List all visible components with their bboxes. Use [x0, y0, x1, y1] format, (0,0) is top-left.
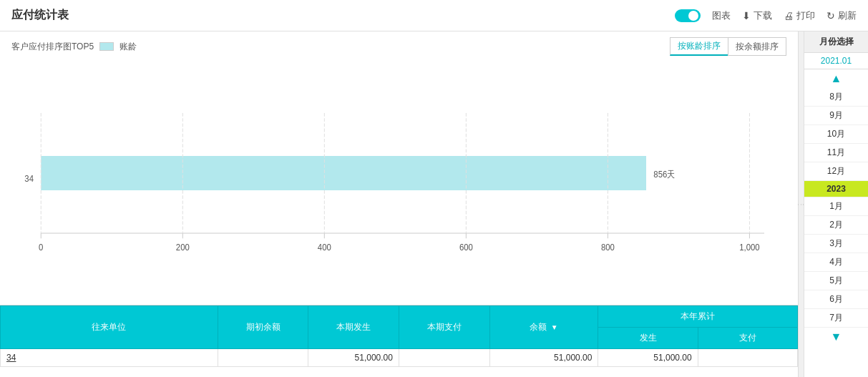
- svg-text:200: 200: [176, 242, 190, 253]
- sidebar-month-7[interactable]: 7月: [804, 309, 868, 328]
- table-row: 34 51,000.00 51,000.00 51,000.00: [1, 349, 798, 367]
- sidebar-month-5[interactable]: 5月: [804, 272, 868, 290]
- refresh-icon: ↻: [826, 10, 835, 21]
- svg-text:0: 0: [39, 242, 43, 253]
- chart-toggle[interactable]: [675, 9, 701, 22]
- svg-text:856天: 856天: [653, 169, 675, 180]
- sidebar-month-10[interactable]: 10月: [804, 125, 868, 144]
- cell-ytd-pay: [698, 349, 797, 367]
- chart-legend: 客户应付排序图TOP5 账龄: [11, 41, 137, 53]
- sidebar-month-4[interactable]: 4月: [804, 253, 868, 272]
- th-balance: 余额 ▼: [489, 306, 598, 349]
- chart-container: 34 856天 0 200 400 600: [0, 62, 798, 305]
- sort-buttons: 按账龄排序 按余额排序: [670, 37, 786, 56]
- chart-area: 客户应付排序图TOP5 账龄 按账龄排序 按余额排序 34 856天: [0, 31, 798, 377]
- balance-sort-icon: ▼: [551, 323, 558, 331]
- cell-current-occur: 51,000.00: [308, 349, 399, 367]
- th-ytd-label: 本年累计: [598, 306, 798, 328]
- svg-text:1,000: 1,000: [739, 242, 760, 253]
- month-sidebar: 月份选择 2021.01 ▲ 8月 9月 10月 11月 12月 2023 1月…: [804, 31, 868, 377]
- sidebar-month-11[interactable]: 11月: [804, 144, 868, 162]
- svg-rect-1: [41, 156, 646, 190]
- svg-text:400: 400: [318, 242, 331, 253]
- print-icon: 🖨: [784, 10, 794, 21]
- sidebar-scroll-down-button[interactable]: ▼: [804, 328, 868, 346]
- sidebar-year-2023[interactable]: 2023: [804, 181, 868, 197]
- legend-box-label: 账龄: [120, 41, 137, 53]
- th-ytd-pay: 支付: [698, 328, 797, 349]
- sidebar-month-8[interactable]: 8月: [804, 88, 868, 107]
- legend-title: 客户应付排序图TOP5: [11, 41, 94, 53]
- chart-toggle-label: 图表: [712, 9, 731, 22]
- sidebar-month-6[interactable]: 6月: [804, 290, 868, 309]
- cell-period-balance: [218, 349, 308, 367]
- cell-unit: 34: [1, 349, 218, 367]
- sidebar-header: 月份选择: [804, 31, 868, 53]
- th-current-occur: 本期发生: [308, 306, 399, 349]
- sort-by-amount-button[interactable]: 按余额排序: [728, 37, 786, 56]
- download-label: 下载: [754, 9, 772, 22]
- cell-current-pay: [399, 349, 489, 367]
- sidebar-month-1[interactable]: 1月: [804, 197, 868, 216]
- cell-ytd-occur: 51,000.00: [598, 349, 698, 367]
- data-table: 往来单位 期初余额 本期发生 本期支付 余额 ▼ 本年累计 发生: [0, 305, 798, 367]
- th-period-balance: 期初余额: [218, 306, 308, 349]
- download-icon: ⬇: [742, 10, 751, 21]
- refresh-label: 刷新: [838, 9, 857, 22]
- svg-text:800: 800: [601, 242, 615, 253]
- resize-handle[interactable]: ⋮: [798, 31, 804, 377]
- page-title: 应付统计表: [11, 8, 69, 23]
- table-area: 往来单位 期初余额 本期发生 本期支付 余额 ▼ 本年累计 发生: [0, 305, 798, 367]
- sidebar-month-9[interactable]: 9月: [804, 107, 868, 125]
- print-label: 打印: [796, 9, 815, 22]
- sidebar-scroll-up-button[interactable]: ▲: [804, 69, 868, 88]
- legend-box: [99, 42, 114, 51]
- sidebar-month-3[interactable]: 3月: [804, 235, 868, 253]
- th-unit: 往来单位: [1, 306, 218, 349]
- sidebar-month-12[interactable]: 12月: [804, 162, 868, 181]
- svg-text:34: 34: [24, 173, 34, 184]
- unit-link[interactable]: 34: [6, 353, 16, 363]
- refresh-button[interactable]: ↻ 刷新: [826, 9, 857, 22]
- chart-svg: 34 856天 0 200 400 600: [11, 62, 786, 302]
- app-header: 应付统计表 图表 ⬇ 下载 🖨 打印 ↻ 刷新: [0, 0, 868, 31]
- th-current-pay: 本期支付: [399, 306, 489, 349]
- svg-text:600: 600: [459, 242, 473, 253]
- print-button[interactable]: 🖨 打印: [784, 9, 815, 22]
- sidebar-year-display[interactable]: 2021.01: [804, 53, 868, 69]
- header-actions: 图表 ⬇ 下载 🖨 打印 ↻ 刷新: [675, 9, 857, 22]
- sidebar-month-2[interactable]: 2月: [804, 216, 868, 235]
- chart-header: 客户应付排序图TOP5 账龄 按账龄排序 按余额排序: [0, 31, 798, 62]
- sort-by-balance-button[interactable]: 按账龄排序: [670, 37, 728, 56]
- cell-balance: 51,000.00: [489, 349, 598, 367]
- main-content: 客户应付排序图TOP5 账龄 按账龄排序 按余额排序 34 856天: [0, 31, 868, 377]
- download-button[interactable]: ⬇ 下载: [742, 9, 772, 22]
- th-ytd-occur: 发生: [598, 328, 698, 349]
